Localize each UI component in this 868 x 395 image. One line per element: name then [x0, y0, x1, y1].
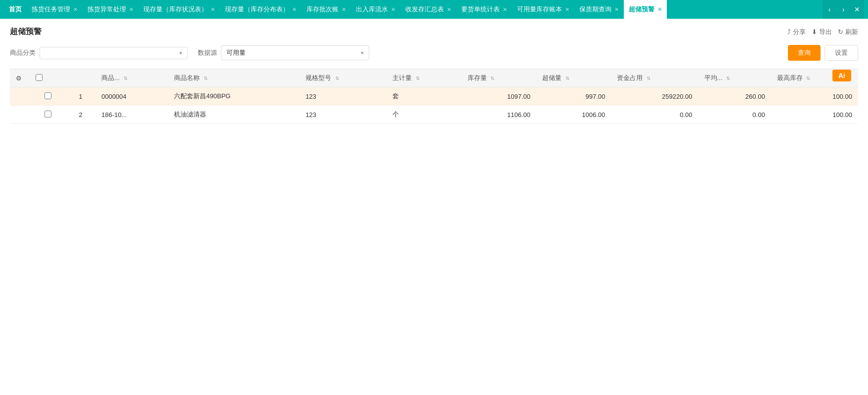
table-row: 2 186-10... 机油滤清器 123 个 1106.00 1006.00 …: [10, 106, 858, 124]
export-link[interactable]: ⬇ 导出: [812, 28, 832, 37]
nav-item-avail-ledger[interactable]: 可用量库存账本 ✕: [512, 0, 574, 19]
row-overstock: 997.00: [536, 87, 611, 106]
row-product-name: 机油滤清器: [168, 106, 300, 124]
datasource-filter-label: 数据源: [198, 48, 217, 57]
row-index: 2: [66, 106, 95, 124]
nav-item-pick-task[interactable]: 拣货任务管理 ✕: [27, 0, 83, 19]
select-all-checkbox[interactable]: [36, 74, 43, 81]
nav-pick-task-label: 拣货任务管理: [32, 5, 70, 14]
ai-badge[interactable]: Ai: [832, 70, 851, 81]
nav-item-overstock-warning[interactable]: 超储预警 ✕: [624, 0, 667, 19]
nav-item-inout-flow[interactable]: 出入库流水 ✕: [351, 0, 400, 19]
col-checkbox[interactable]: [30, 69, 66, 87]
col-spec[interactable]: 规格型号 ⇅: [300, 69, 387, 87]
nav-next-arrow[interactable]: ›: [836, 0, 850, 19]
row-gear-cell: [10, 87, 30, 106]
table-header-row: ⚙ 商品... ⇅ 商品名称 ⇅ 规格型号 ⇅: [10, 69, 858, 87]
category-chevron-icon: ▾: [179, 50, 182, 56]
col-overstock[interactable]: 超储量 ⇅: [536, 69, 611, 87]
nav-shelf-life-close[interactable]: ✕: [614, 6, 619, 13]
row-capital: 259220.00: [611, 87, 698, 106]
col-avg[interactable]: 平均... ⇅: [698, 69, 771, 87]
row-product-code: 0000004: [95, 87, 168, 106]
row-max-stock: 100.00: [771, 87, 858, 106]
col-stock[interactable]: 库存量 ⇅: [462, 69, 536, 87]
sort-icon-capital: ⇅: [647, 76, 651, 81]
refresh-icon: ↻: [838, 28, 843, 36]
row-checkbox-cell[interactable]: [30, 106, 66, 124]
row-overstock: 1006.00: [536, 106, 611, 124]
table-row: 1 0000004 六配套新昌490BPG 123 套 1097.00 997.…: [10, 87, 858, 106]
nav-arrows: ‹ › ✕: [823, 0, 864, 19]
row-checkbox-cell[interactable]: [30, 87, 66, 106]
sort-icon-spec: ⇅: [335, 76, 339, 81]
nav-stock-status-close[interactable]: ✕: [211, 6, 215, 13]
share-link[interactable]: ⤴ 分享: [787, 28, 806, 37]
category-filter-label: 商品分类: [10, 48, 36, 57]
nav-avail-ledger-close[interactable]: ✕: [565, 6, 569, 13]
nav-order-stat-label: 要货单统计表: [461, 5, 500, 14]
nav-item-stock-dist[interactable]: 现存量（库存分布表） ✕: [220, 0, 302, 19]
sort-icon-avg: ⇅: [726, 76, 730, 81]
sort-icon-product-code: ⇅: [124, 76, 128, 81]
nav-summary-label: 收发存汇总表: [405, 5, 444, 14]
nav-item-pick-exception[interactable]: 拣货异常处理 ✕: [83, 0, 138, 19]
row-checkbox[interactable]: [44, 111, 51, 118]
nav-item-home[interactable]: 首页: [4, 0, 27, 19]
nav-item-stock-status[interactable]: 现存量（库存状况表） ✕: [138, 0, 220, 19]
filter-bar: 商品分类 ▾ 数据源 可用量 ▾ 查询 设置: [10, 45, 858, 61]
row-index: 1: [66, 87, 95, 106]
refresh-link[interactable]: ↻ 刷新: [838, 28, 858, 37]
sort-icon-overstock: ⇅: [565, 76, 569, 81]
nav-stock-status-label: 现存量（库存状况表）: [143, 5, 208, 14]
nav-pick-exception-close[interactable]: ✕: [129, 6, 133, 13]
refresh-label: 刷新: [845, 28, 858, 37]
col-unit[interactable]: 主计量 ⇅: [387, 69, 461, 87]
nav-pick-exception-label: 拣货异常处理: [87, 5, 126, 14]
page-title: 超储预警: [10, 27, 42, 37]
nav-batch-account-close[interactable]: ✕: [342, 6, 346, 13]
col-capital[interactable]: 资金占用 ⇅: [611, 69, 698, 87]
gear-icon: ⚙: [16, 75, 22, 82]
settings-button[interactable]: 设置: [825, 45, 858, 61]
nav-prev-arrow[interactable]: ‹: [823, 0, 836, 19]
nav-stock-dist-label: 现存量（库存分布表）: [225, 5, 289, 14]
col-product-name[interactable]: 商品名称 ⇅: [168, 69, 300, 87]
col-product-code[interactable]: 商品... ⇅: [95, 69, 168, 87]
row-spec: 123: [300, 87, 387, 106]
datasource-select[interactable]: 可用量 ▾: [221, 45, 369, 60]
query-button[interactable]: 查询: [788, 45, 821, 61]
share-icon: ⤴: [787, 28, 791, 36]
export-label: 导出: [819, 28, 832, 37]
nav-close-arrow[interactable]: ✕: [850, 0, 864, 19]
category-select[interactable]: ▾: [40, 47, 188, 59]
nav-overstock-warning-close[interactable]: ✕: [657, 6, 662, 13]
nav-inout-flow-close[interactable]: ✕: [391, 6, 395, 13]
row-stock: 1106.00: [462, 106, 536, 124]
page-content: 超储预警 ⤴ 分享 ⬇ 导出 ↻ 刷新 商品分类 ▾ 数据源: [0, 19, 868, 395]
nav-item-shelf-life[interactable]: 保质期查询 ✕: [574, 0, 624, 19]
datasource-chevron-icon: ▾: [361, 50, 364, 56]
row-checkbox[interactable]: [44, 92, 51, 99]
datasource-filter-group: 数据源 可用量 ▾: [198, 45, 369, 60]
row-spec: 123: [300, 106, 387, 124]
row-avg: 260.00: [698, 87, 771, 106]
col-index: [66, 69, 95, 87]
row-stock: 1097.00: [462, 87, 536, 106]
nav-item-summary[interactable]: 收发存汇总表 ✕: [400, 0, 456, 19]
nav-summary-close[interactable]: ✕: [447, 6, 451, 13]
nav-pick-task-close[interactable]: ✕: [73, 6, 78, 13]
nav-item-order-stat[interactable]: 要货单统计表 ✕: [456, 0, 512, 19]
row-product-name: 六配套新昌490BPG: [168, 87, 300, 106]
datasource-select-value: 可用量: [226, 48, 246, 57]
row-unit: 套: [387, 87, 461, 106]
nav-order-stat-close[interactable]: ✕: [503, 6, 507, 13]
export-icon: ⬇: [812, 28, 817, 36]
filter-buttons: 查询 设置: [788, 45, 858, 61]
nav-shelf-life-label: 保质期查询: [579, 5, 611, 14]
nav-item-batch-account[interactable]: 库存批次账 ✕: [302, 0, 351, 19]
nav-stock-dist-close[interactable]: ✕: [292, 6, 297, 13]
sort-icon-unit: ⇅: [416, 76, 420, 81]
col-gear[interactable]: ⚙: [10, 69, 30, 87]
row-avg: 0.00: [698, 106, 771, 124]
